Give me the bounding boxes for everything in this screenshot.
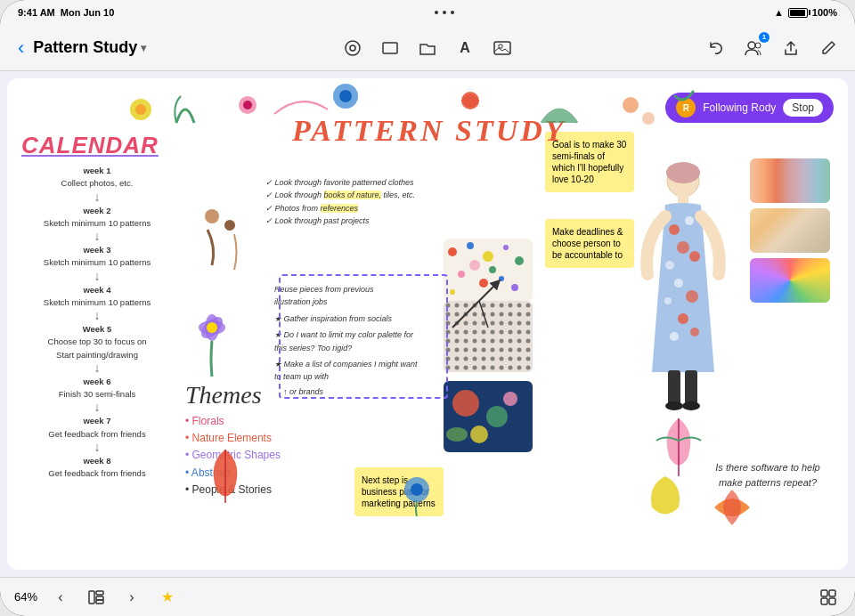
svg-rect-69 xyxy=(829,590,835,596)
pattern-title-text: PATTERN STUDY xyxy=(292,114,566,147)
battery-percent: 100% xyxy=(812,7,837,18)
svg-point-34 xyxy=(677,241,689,254)
following-label: Following Rody xyxy=(703,101,776,114)
svg-point-45 xyxy=(665,401,683,410)
dot2 xyxy=(443,11,446,14)
svg-point-41 xyxy=(670,332,679,341)
calendar-title: CALENDAR xyxy=(21,132,173,159)
pattern-study-title: PATTERN STUDY xyxy=(292,114,566,148)
zoom-level: 64% xyxy=(14,590,37,604)
arrow-2: ↓ xyxy=(21,230,173,242)
svg-point-42 xyxy=(690,328,699,336)
arrow-4: ↓ xyxy=(21,309,173,321)
svg-point-56 xyxy=(205,209,219,223)
svg-point-55 xyxy=(642,112,655,125)
svg-point-59 xyxy=(198,313,227,343)
toolbar-center: A xyxy=(292,36,563,61)
themes-section: Themes • Florals • Nature Elements • Geo… xyxy=(185,381,346,498)
toolbar-right: 1 xyxy=(570,36,841,61)
svg-point-23 xyxy=(479,279,488,288)
question-note: Is there software to help make patterns … xyxy=(714,460,821,490)
week-2: week 2Sketch minimum 10 patterns xyxy=(21,205,173,231)
svg-point-48 xyxy=(135,104,146,115)
arrow-7: ↓ xyxy=(21,441,173,453)
themes-title: Themes xyxy=(185,381,346,409)
svg-point-15 xyxy=(446,427,468,442)
dot1 xyxy=(435,11,438,14)
image-tool-icon[interactable] xyxy=(490,36,515,61)
arrow-5: ↓ xyxy=(21,361,173,374)
arrow-6: ↓ xyxy=(21,401,173,413)
grid-view-icon[interactable] xyxy=(816,585,841,610)
folder-icon[interactable] xyxy=(415,36,440,61)
canvas-area[interactable]: R Following Rody Stop Goal is to make 30… xyxy=(0,71,855,577)
svg-point-60 xyxy=(199,320,225,335)
prev-page-icon[interactable]: ‹ xyxy=(48,585,73,610)
bottom-right xyxy=(816,585,841,610)
svg-rect-64 xyxy=(89,591,94,604)
svg-point-5 xyxy=(748,42,755,49)
svg-point-37 xyxy=(674,279,683,288)
bottom-left: 64% ‹ › ★ xyxy=(14,585,180,610)
svg-point-6 xyxy=(755,43,761,48)
text-tool-icon[interactable]: A xyxy=(452,36,477,61)
svg-point-28 xyxy=(489,266,496,273)
swatch-1 xyxy=(750,158,830,203)
svg-rect-16 xyxy=(444,239,533,301)
next-page-icon[interactable]: › xyxy=(119,585,144,610)
svg-point-35 xyxy=(665,261,674,270)
svg-point-22 xyxy=(458,271,465,278)
week-6: week 6Finish 30 semi-finals xyxy=(21,376,173,401)
sticky-note-2[interactable]: Make deadlines & choose person to be acc… xyxy=(545,219,634,268)
document-title[interactable]: Pattern Study ▾ xyxy=(33,38,146,57)
toolbar-left: ‹ Pattern Study ▾ xyxy=(14,33,285,63)
date: Mon Jun 10 xyxy=(61,7,115,18)
theme-abstract: • Abstract xyxy=(185,465,346,482)
edit-icon[interactable] xyxy=(816,36,841,61)
yellow-shape xyxy=(643,472,688,525)
theme-florals: • Florals xyxy=(185,413,346,430)
rectangle-tool-icon[interactable] xyxy=(378,36,403,61)
back-button[interactable]: ‹ xyxy=(14,33,28,63)
svg-rect-9 xyxy=(444,301,533,372)
svg-rect-2 xyxy=(383,43,397,53)
svg-rect-71 xyxy=(829,598,835,604)
title-chevron: ▾ xyxy=(141,42,146,54)
week-7: week 7Get feedback from friends xyxy=(21,415,173,441)
svg-point-36 xyxy=(689,251,700,262)
bookmark-icon[interactable]: ★ xyxy=(155,585,180,610)
share-icon[interactable] xyxy=(778,36,803,61)
following-avatar: R xyxy=(676,98,696,118)
lasso-tool-icon[interactable] xyxy=(340,36,365,61)
undo-icon[interactable] xyxy=(704,36,729,61)
sticky-note-3[interactable]: Next step is business plan for marketing… xyxy=(354,467,444,516)
svg-point-39 xyxy=(664,297,672,304)
svg-rect-65 xyxy=(96,591,103,595)
svg-point-58 xyxy=(205,314,219,341)
svg-point-19 xyxy=(483,251,493,262)
svg-point-54 xyxy=(623,97,639,113)
status-bar: 9:41 AM Mon Jun 10 ▲ 100% xyxy=(0,0,855,25)
svg-rect-67 xyxy=(96,600,103,604)
toolbar: ‹ Pattern Study ▾ xyxy=(0,25,855,71)
fabric-sample-2 xyxy=(444,381,533,452)
svg-point-61 xyxy=(207,322,217,333)
svg-point-53 xyxy=(461,92,479,109)
svg-rect-4 xyxy=(499,45,502,48)
svg-point-27 xyxy=(469,260,480,271)
svg-point-20 xyxy=(503,245,509,250)
svg-point-18 xyxy=(467,242,474,249)
svg-rect-43 xyxy=(668,370,680,406)
svg-point-0 xyxy=(346,41,360,55)
svg-point-33 xyxy=(685,216,694,225)
svg-point-14 xyxy=(503,392,517,406)
whiteboard[interactable]: R Following Rody Stop Goal is to make 30… xyxy=(7,78,848,570)
pages-list-icon[interactable] xyxy=(84,585,109,610)
ipad-frame: 9:41 AM Mon Jun 10 ▲ 100% ‹ Pattern Stud… xyxy=(0,0,855,616)
svg-point-57 xyxy=(224,220,235,231)
collaborators-icon[interactable]: 1 xyxy=(741,36,766,61)
stop-following-button[interactable]: Stop xyxy=(783,99,823,117)
svg-rect-70 xyxy=(821,598,827,604)
canvas-content: R Following Rody Stop Goal is to make 30… xyxy=(7,78,848,570)
theme-people: • People & Stories xyxy=(185,482,346,498)
